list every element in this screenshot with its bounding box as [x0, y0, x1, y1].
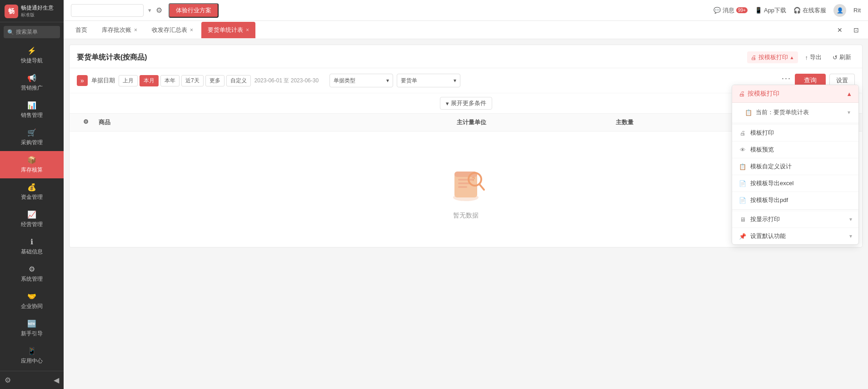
filter-expand-btn[interactable]: » — [77, 75, 88, 86]
date-btn-this-year[interactable]: 本年 — [160, 75, 180, 86]
refresh-icon: ↺ — [833, 54, 838, 61]
sidebar-item-label-finance: 资金管理 — [21, 193, 43, 201]
messages-icon: 💬 — [713, 7, 721, 14]
print-dropdown: 🖨 按模板打印 ▲ 📋 当前：要货单统计表 ▾ 🖨 模板打印 — [732, 85, 859, 245]
quick-nav-icon: ⚡ — [27, 46, 36, 55]
th-quantity: 主数量 — [548, 114, 702, 131]
print-dropdown-header-left: 🖨 按模板打印 — [738, 90, 779, 98]
print-dropdown-header[interactable]: 🖨 按模板打印 ▲ — [732, 85, 858, 103]
online-service-btn[interactable]: 🎧 在线客服 — [793, 6, 826, 15]
sales-icon: 📊 — [27, 101, 36, 110]
tab-home[interactable]: 首页 — [69, 22, 94, 38]
print-current-template[interactable]: 📋 当前：要货单统计表 ▾ — [732, 105, 858, 120]
display-print-item[interactable]: 🖥 按显示打印 ▾ — [732, 211, 858, 227]
printer-icon: 🖨 — [751, 54, 757, 61]
print-template-label: 按模板打印 — [758, 53, 788, 61]
refresh-btn[interactable]: ↺ 刷新 — [829, 51, 855, 63]
order-item-select[interactable]: 要货单 ▾ — [397, 74, 460, 87]
export-icon: ↑ — [805, 54, 808, 61]
close-all-tabs-btn[interactable]: ✕ — [833, 24, 846, 36]
tab-inventory-batch-close[interactable]: × — [134, 27, 137, 33]
export-pdf-item-label: 按模板导出pdf — [750, 196, 788, 204]
avatar-placeholder: 👤 — [837, 7, 843, 14]
svg-rect-3 — [458, 179, 474, 181]
tabbar-right: ✕ ⊡ — [833, 24, 863, 36]
search-menu[interactable]: 🔍 搜索菜单 — [4, 26, 60, 38]
svg-rect-5 — [458, 186, 467, 188]
preview-template-item[interactable]: 👁 模板预览 — [732, 141, 858, 158]
purchase-icon: 🛒 — [27, 128, 36, 137]
app-download-btn[interactable]: 📱 App下载 — [755, 6, 786, 15]
expand-more-btn[interactable]: ▾ 展开更多条件 — [440, 97, 492, 110]
print-template-item[interactable]: 🖨 模板打印 — [732, 124, 858, 141]
print-dropdown-chevron-icon: ▲ — [790, 55, 794, 60]
order-item-chevron-icon: ▾ — [454, 77, 456, 84]
tab-receivable-summary[interactable]: 收发存汇总表 × — [145, 22, 200, 38]
sidebar-item-quick-nav[interactable]: ⚡ 快捷导航 — [0, 42, 64, 69]
sidebar-item-purchase[interactable]: 🛒 采购管理 — [0, 124, 64, 151]
date-btn-more[interactable]: 更多 — [205, 75, 224, 86]
tab-order-stat-label: 要货单统计表 — [208, 26, 243, 34]
date-btn-current-month[interactable]: 本月 — [140, 75, 159, 86]
doc-type-select[interactable]: 单据类型 ▾ — [329, 74, 393, 87]
sidebar-item-inventory[interactable]: 📦 库存核算 — [0, 151, 64, 178]
preview-icon: 👁 — [738, 147, 747, 153]
expand-more-label: 展开更多条件 — [451, 99, 486, 107]
tab-receivable-summary-label: 收发存汇总表 — [152, 26, 187, 34]
sidebar-item-label-system: 系统管理 — [21, 275, 43, 283]
display-print-item-left: 🖥 按显示打印 — [738, 215, 780, 223]
settings-footer-btn[interactable]: ⚙ — [5, 376, 11, 384]
doc-type-chevron-icon: ▾ — [386, 77, 389, 84]
topbar-chevron-icon[interactable]: ▾ — [148, 7, 151, 14]
sidebar-item-operation[interactable]: 📈 经营管理 — [0, 206, 64, 233]
collapse-sidebar-btn[interactable]: ◀ — [54, 376, 59, 384]
sidebar-item-guide[interactable]: 🆕 新手引导 — [0, 315, 64, 342]
topbar-search-input[interactable] — [71, 4, 144, 17]
sidebar-item-label-inventory: 库存核算 — [21, 166, 43, 174]
th-settings[interactable]: ⚙ — [77, 114, 95, 131]
sidebar-item-label-sales: 销售管理 — [21, 111, 43, 119]
print-dropdown-current-section: 📋 当前：要货单统计表 ▾ — [732, 103, 858, 122]
export-label: 导出 — [810, 53, 822, 61]
current-template-icon: 📋 — [745, 109, 752, 116]
svg-line-7 — [479, 184, 484, 190]
print-icon: 🖨 — [738, 130, 747, 136]
display-print-label: 按显示打印 — [750, 215, 780, 223]
topbar-settings-icon[interactable]: ⚙ — [156, 6, 162, 15]
date-btn-7days[interactable]: 近7天 — [181, 75, 204, 86]
tab-order-stat-close[interactable]: × — [246, 27, 249, 33]
marketing-icon: 📢 — [27, 74, 36, 82]
export-pdf-item[interactable]: 📄 按模板导出pdf — [732, 192, 858, 208]
export-excel-item[interactable]: 📄 按模板导出excel — [732, 175, 858, 192]
app-logo: 畅 畅捷通好生意 标准版 — [0, 0, 64, 22]
tab-inventory-batch[interactable]: 库存批次账 × — [95, 22, 144, 38]
date-btn-last-month[interactable]: 上月 — [119, 75, 138, 86]
user-avatar[interactable]: 👤 — [833, 4, 846, 17]
sidebar-item-basic[interactable]: ℹ 基础信息 — [0, 233, 64, 260]
doc-type-label: 单据类型 — [334, 77, 355, 85]
search-icon: 🔍 — [7, 29, 14, 35]
date-range-display: 2023-06-01 至 2023-06-30 — [254, 77, 319, 85]
sidebar-item-apps[interactable]: 📱 应用中心 — [0, 342, 64, 369]
tab-order-stat[interactable]: 要货单统计表 × — [201, 22, 255, 38]
export-btn[interactable]: ↑ 导出 — [802, 51, 826, 63]
messages-btn[interactable]: 💬 消息 99+ — [713, 6, 748, 15]
sidebar-item-sales[interactable]: 📊 销售管理 — [0, 96, 64, 124]
sidebar-item-system[interactable]: ⚙ 系统管理 — [0, 260, 64, 288]
maximize-btn[interactable]: ⊡ — [850, 24, 863, 36]
th-product: 商品 — [95, 114, 394, 131]
custom-design-item[interactable]: 📋 模板自定义设计 — [732, 158, 858, 175]
export-excel-item-label: 按模板导出excel — [750, 179, 793, 187]
design-icon: 📋 — [738, 163, 747, 170]
trial-industry-btn[interactable]: 体验行业方案 — [169, 3, 219, 18]
set-default-item[interactable]: 📌 设置默认功能 ▾ — [732, 227, 858, 244]
divider-2 — [732, 209, 858, 210]
sidebar-item-label-operation: 经营管理 — [21, 221, 43, 228]
print-template-btn[interactable]: 🖨 按模板打印 ▲ — [747, 51, 798, 63]
date-btn-custom[interactable]: 自定义 — [226, 75, 251, 86]
sidebar-item-finance[interactable]: 💰 资金管理 — [0, 178, 64, 206]
sidebar-item-marketing[interactable]: 📢 营销推广 — [0, 69, 64, 96]
tab-receivable-summary-close[interactable]: × — [190, 27, 193, 33]
sidebar-item-cooperation[interactable]: 🤝 企业协同 — [0, 288, 64, 315]
sidebar-item-wechat[interactable]: 💬 企业微信 — [0, 369, 64, 371]
